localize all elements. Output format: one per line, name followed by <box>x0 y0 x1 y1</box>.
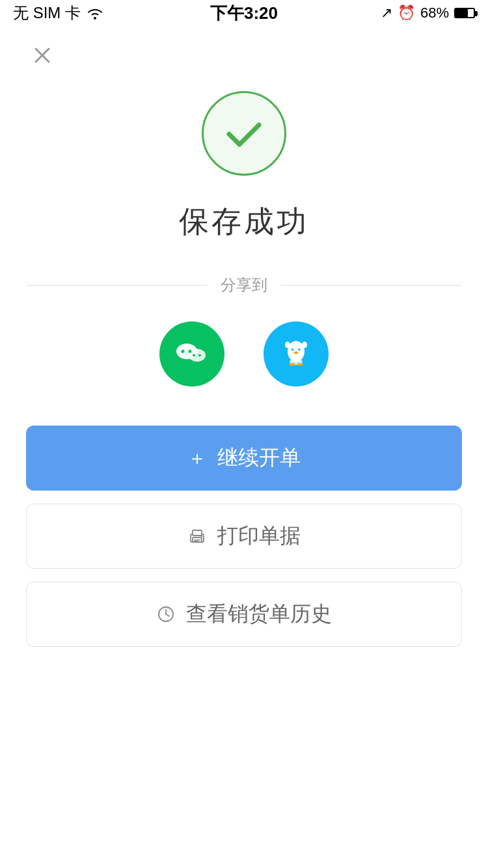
share-icons <box>159 321 329 387</box>
svg-point-5 <box>189 350 192 353</box>
share-label: 分享到 <box>221 275 267 295</box>
wechat-share-button[interactable] <box>159 321 224 387</box>
status-right: ↗ ⏰ 68% <box>381 5 475 21</box>
share-divider: 分享到 <box>26 275 462 295</box>
plus-icon: ＋ <box>187 445 207 472</box>
svg-point-4 <box>182 350 185 353</box>
svg-point-16 <box>302 342 307 348</box>
clock-icon <box>156 604 176 624</box>
continue-button[interactable]: ＋ 继续开单 <box>26 426 462 491</box>
action-buttons: ＋ 继续开单 打印单据 <box>26 426 462 647</box>
success-title: 保存成功 <box>179 202 309 242</box>
qq-share-button[interactable] <box>264 321 329 387</box>
continue-label: 继续开单 <box>217 444 301 472</box>
svg-rect-23 <box>194 541 198 542</box>
print-icon <box>187 526 207 546</box>
status-left: 无 SIM 卡 <box>13 3 104 23</box>
divider-line-left <box>26 285 208 286</box>
battery-text: 68% <box>420 5 449 21</box>
svg-point-18 <box>297 363 303 366</box>
svg-point-13 <box>299 348 301 349</box>
alarm-icon: ⏰ <box>398 5 415 21</box>
svg-point-24 <box>201 536 202 537</box>
divider-line-right <box>280 285 462 286</box>
svg-point-14 <box>294 351 299 354</box>
no-sim-text: 无 SIM 卡 <box>13 3 81 23</box>
svg-point-15 <box>285 342 290 348</box>
print-label: 打印单据 <box>217 522 301 550</box>
qq-icon <box>277 334 316 373</box>
svg-point-17 <box>289 363 295 366</box>
print-button[interactable]: 打印单据 <box>26 504 462 569</box>
svg-point-6 <box>193 354 195 357</box>
success-icon <box>202 91 286 176</box>
wechat-icon <box>172 334 211 373</box>
page-content: 保存成功 分享到 <box>0 26 488 868</box>
wifi-icon <box>86 7 104 20</box>
close-button[interactable] <box>26 39 59 72</box>
svg-point-7 <box>198 354 201 357</box>
status-time: 下午3:20 <box>210 2 278 25</box>
status-bar: 无 SIM 卡 下午3:20 ↗ ⏰ 68% <box>0 0 488 26</box>
svg-line-27 <box>166 614 169 616</box>
svg-rect-20 <box>193 530 202 536</box>
location-icon: ↗ <box>381 5 392 21</box>
history-button[interactable]: 查看销货单历史 <box>26 582 462 647</box>
history-label: 查看销货单历史 <box>186 600 332 629</box>
battery-icon <box>454 8 475 18</box>
svg-rect-22 <box>194 539 200 541</box>
svg-point-12 <box>293 348 294 349</box>
